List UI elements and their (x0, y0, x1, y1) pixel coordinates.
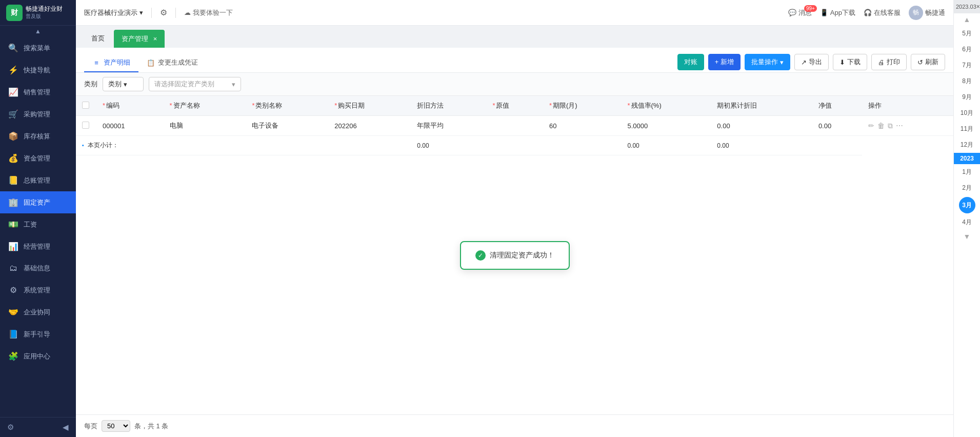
company-settings-icon[interactable]: ⚙ (160, 8, 167, 17)
sidebar-scroll-up[interactable]: ▲ (0, 26, 76, 37)
sub-tab-change-voucher[interactable]: 📋 变更生成凭证 (138, 54, 206, 72)
th-depreciation-method: 折旧方法 (411, 96, 486, 116)
right-panel-month-2[interactable]: 2月 (954, 180, 980, 196)
right-panel-month-9[interactable]: 9月 (954, 89, 980, 105)
table-row: 000001 电脑 电子设备 202206 年限平均 60 5.0000 0.0… (76, 116, 953, 136)
td-empty1 (486, 136, 543, 155)
tab-close-icon[interactable]: × (153, 35, 157, 43)
right-panel-month-5[interactable]: 5月 (954, 26, 980, 42)
category-select[interactable]: 请选择固定资产类别 ▾ (149, 77, 241, 91)
refresh-button[interactable]: ↺ 刷新 (911, 54, 945, 70)
per-page-select[interactable]: 50 100 200 (102, 420, 130, 432)
sidebar-item-sales[interactable]: 📈 销售管理 (0, 81, 76, 103)
td-subtotal-label: ▪ 本页小计： (76, 136, 411, 155)
right-panel-scroll-down[interactable]: ▼ (962, 230, 973, 243)
print-button[interactable]: 🖨 打印 (871, 54, 907, 70)
company-dropdown-icon: ▾ (139, 9, 143, 16)
messages-button[interactable]: 💬 消息 99+ (788, 8, 812, 17)
sidebar-item-purchase[interactable]: 🛒 采购管理 (0, 103, 76, 125)
right-panel-month-6[interactable]: 6月 (954, 42, 980, 57)
td-purchase-date: 202206 (328, 116, 411, 136)
experience-link[interactable]: ☁ 我要体验一下 (184, 8, 233, 17)
td-init-accumulated: 0.00 (711, 116, 812, 136)
settings-icon[interactable]: ⚙ (7, 423, 14, 432)
app-download-button[interactable]: 📱 App下载 (820, 8, 855, 17)
right-panel-scroll-up[interactable]: ▲ (962, 13, 973, 26)
print-icon: 🖨 (878, 58, 885, 66)
search-icon: 🔍 (8, 43, 18, 53)
row-checkbox[interactable] (82, 122, 89, 129)
sidebar-item-system[interactable]: ⚙ 系统管理 (0, 279, 76, 301)
sidebar-item-app-center[interactable]: 🧩 应用中心 (0, 345, 76, 367)
batch-ops-button[interactable]: 批量操作 ▾ (745, 54, 790, 70)
topbar-divider2 (175, 8, 176, 18)
right-panel-month-10[interactable]: 10月 (954, 105, 980, 121)
th-name: *资产名称 (164, 96, 246, 116)
right-panel-month-12[interactable]: 12月 (954, 137, 980, 153)
topbar-right: 💬 消息 99+ 📱 App下载 🎧 在线客服 畅 畅捷通 (788, 6, 945, 20)
sidebar-item-label: 系统管理 (24, 286, 50, 295)
user-name: 畅捷通 (925, 8, 945, 17)
sidebar-bottom: ⚙ ◀ (0, 417, 76, 437)
right-panel-close-icon[interactable]: × (976, 3, 980, 10)
cloud-icon: ☁ (184, 9, 191, 16)
list-icon: ≡ (92, 58, 101, 67)
sidebar-item-label: 企业协同 (24, 308, 50, 317)
category-type-value: 类别 (108, 80, 122, 89)
sidebar-item-payroll[interactable]: 💵 工资 (0, 213, 76, 235)
sidebar-item-search[interactable]: 🔍 搜索菜单 (0, 37, 76, 59)
edit-row-button[interactable]: ✏ (868, 122, 874, 130)
experience-text: 我要体验一下 (193, 8, 233, 17)
phone-icon: 📱 (820, 9, 828, 16)
sub-tab-asset-details[interactable]: ≡ 资产明细 (84, 54, 138, 72)
reconcile-button[interactable]: 对账 (677, 54, 704, 70)
sidebar-item-fixed-assets[interactable]: 🏢 固定资产 (0, 191, 76, 213)
sub-tabs: ≡ 资产明细 📋 变更生成凭证 对账 + 新增 批量操作 ▾ ↗ 导出 (76, 48, 953, 73)
batch-ops-chevron: ▾ (780, 58, 784, 66)
sidebar-item-guide[interactable]: 📘 新手引导 (0, 323, 76, 345)
voucher-icon: 📋 (147, 58, 155, 67)
tab-home[interactable]: 首页 (84, 30, 112, 48)
sub-tab-asset-details-label: 资产明细 (104, 58, 130, 67)
sidebar-item-base[interactable]: 🗂 基础信息 (0, 257, 76, 279)
user-menu[interactable]: 畅 畅捷通 (909, 6, 945, 20)
toast-message: 清理固定资产成功！ (490, 251, 554, 260)
toast-check-icon: ✓ (475, 250, 486, 261)
new-button[interactable]: + 新增 (708, 54, 741, 70)
refresh-label: 刷新 (925, 57, 938, 67)
sidebar-item-cooperation[interactable]: 🤝 企业协同 (0, 301, 76, 323)
sidebar-item-finance[interactable]: 💰 资金管理 (0, 147, 76, 169)
sidebar-item-label: 总账管理 (24, 176, 50, 185)
td-depreciation-method: 年限平均 (411, 116, 486, 136)
collapse-icon[interactable]: ◀ (63, 423, 69, 432)
th-actions: 操作 (862, 96, 953, 116)
right-panel-month-4[interactable]: 4月 (954, 214, 980, 230)
customer-service-button[interactable]: 🎧 在线客服 (864, 8, 901, 17)
sidebar-menu: 🔍 搜索菜单 ⚡ 快捷导航 📈 销售管理 🛒 采购管理 📦 库存核算 💰 资金管… (0, 37, 76, 417)
right-panel-month-8[interactable]: 8月 (954, 73, 980, 89)
right-panel-month-3-current[interactable]: 3月 (959, 197, 975, 213)
th-init-accumulated: 期初累计折旧 (711, 96, 812, 116)
tab-asset-management[interactable]: 资产管理 × (114, 30, 165, 48)
th-net-value: 净值 (812, 96, 862, 116)
download-button[interactable]: ⬇ 下载 (833, 54, 867, 70)
td-subtotal-init: 0.00 (621, 136, 711, 155)
company-selector[interactable]: 医疗器械行业演示 ▾ (84, 8, 143, 17)
delete-row-button[interactable]: 🗑 (877, 122, 885, 130)
sidebar-item-label: 搜索菜单 (24, 44, 50, 53)
more-row-button[interactable]: ⋯ (896, 122, 903, 130)
sub-tab-change-voucher-label: 变更生成凭证 (158, 58, 198, 67)
copy-row-button[interactable]: ⧉ (888, 122, 893, 130)
sidebar-item-ledger[interactable]: 📒 总账管理 (0, 169, 76, 191)
refresh-icon: ↺ (917, 58, 923, 66)
sidebar-item-quick-nav[interactable]: ⚡ 快捷导航 (0, 59, 76, 81)
right-panel-month-1[interactable]: 1月 (954, 164, 980, 180)
right-panel-month-7[interactable]: 7月 (954, 57, 980, 73)
table-wrapper: *编码 *资产名称 *类别名称 *购买日期 折旧方法 *原值 *期限(月) *残… (76, 96, 953, 414)
select-all-checkbox[interactable] (82, 102, 89, 109)
export-button[interactable]: ↗ 导出 (794, 54, 829, 70)
category-type-select[interactable]: 类别 ▾ (103, 77, 144, 91)
right-panel-month-11[interactable]: 11月 (954, 121, 980, 137)
sidebar-item-inventory[interactable]: 📦 库存核算 (0, 125, 76, 147)
sidebar-item-business[interactable]: 📊 经营管理 (0, 235, 76, 257)
